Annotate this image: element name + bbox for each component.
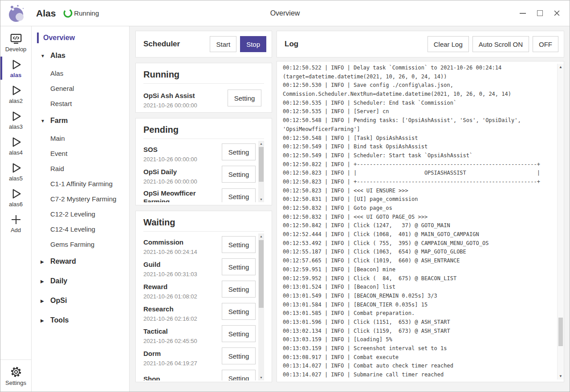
task-name: Dorm: [143, 349, 215, 358]
chevron-right-icon: ▶: [41, 279, 46, 284]
log-line: 00:13:01.524 | INFO | [Beacon] list: [283, 283, 557, 292]
rail-item-alas3[interactable]: alas3: [0, 107, 31, 133]
maximize-button[interactable]: [533, 7, 546, 20]
menu-item-c1-1-affinity-farming[interactable]: C1-1 Affinity Farming: [32, 176, 129, 191]
rail-item-alas2[interactable]: alas2: [0, 81, 31, 107]
menu-item-c12-4-leveling[interactable]: C12-4 Leveling: [32, 221, 129, 237]
settings-button[interactable]: Settings: [0, 359, 31, 392]
task-setting-button[interactable]: Setting: [228, 90, 261, 106]
menu-item-c7-2-mystery-farming[interactable]: C7-2 Mystery Farming: [32, 191, 129, 206]
rail-item-alas[interactable]: alas: [0, 55, 31, 81]
scroll-up-icon[interactable]: ▲: [258, 141, 264, 147]
menu-item-gems-farming[interactable]: Gems Farming: [32, 237, 129, 252]
log-line: Commission.Scheduler.NextRun=datetime.da…: [283, 90, 557, 99]
task-name: Reward: [143, 282, 215, 291]
app-window: Alas Running Overview Developalasalas2al…: [0, 0, 570, 392]
log-scrollbar[interactable]: ▲ ▼: [557, 64, 564, 380]
menu-item-restart[interactable]: Restart: [32, 96, 129, 111]
log-line: 00:12:50.823 | INFO | <<< UI ENSURE >>>: [283, 187, 557, 196]
menu-group-label: Farm: [50, 117, 68, 125]
scrollbar-thumb[interactable]: [259, 240, 264, 308]
log-title: Log: [285, 40, 298, 49]
pending-scrollbar[interactable]: ▲ ▼: [258, 141, 264, 202]
rail-item-alas5[interactable]: alas5: [0, 159, 31, 184]
waiting-title: Waiting: [143, 217, 264, 232]
task-setting-button[interactable]: Setting: [222, 143, 256, 160]
pending-title: Pending: [143, 125, 264, 139]
menu-group-farm[interactable]: ▼Farm: [32, 111, 129, 131]
task-name: Guild: [143, 260, 215, 269]
pending-task-list: SOS2021-10-26 00:00:00SettingOpSi Daily2…: [143, 141, 258, 202]
menu-item-event[interactable]: Event: [32, 146, 129, 161]
scroll-down-icon[interactable]: ▼: [258, 375, 264, 380]
scheduler-card: Scheduler Start Stop: [135, 31, 272, 57]
log-line: 00:12:55.187 | INFO | Click (1063, 654) …: [283, 248, 557, 257]
menu-group-daily[interactable]: ▶Daily: [32, 271, 129, 291]
start-button[interactable]: Start: [210, 36, 236, 52]
active-indicator: [0, 134, 2, 157]
task-setting-button[interactable]: Setting: [222, 281, 256, 298]
menu-group-label: Tools: [50, 316, 69, 324]
auto-scroll-on-button[interactable]: Auto Scroll ON: [472, 36, 529, 52]
task-setting-button[interactable]: Setting: [222, 188, 256, 203]
auto-scroll-off-button[interactable]: OFF: [533, 36, 558, 52]
minimize-button[interactable]: [516, 7, 529, 20]
menu-item-raid[interactable]: Raid: [32, 161, 129, 176]
menu-item-general[interactable]: General: [32, 81, 129, 96]
stop-button[interactable]: Stop: [240, 36, 266, 52]
task-setting-button[interactable]: Setting: [222, 303, 256, 320]
log-line: 00:13:01.584 | INFO | [BEACON_TIER 0.035…: [283, 301, 557, 310]
task-setting-button[interactable]: Setting: [222, 347, 256, 364]
task-setting-button[interactable]: Setting: [222, 325, 256, 342]
rail-item-develop[interactable]: Develop: [0, 29, 31, 55]
alas-logo-icon: [7, 4, 26, 23]
task-info: Commission2021-10-26 00:24:14: [143, 234, 222, 255]
chevron-right-icon: ▶: [41, 259, 46, 264]
log-line: 00:12:59.951 | INFO | [Beacon] mine: [283, 265, 557, 274]
log-lines: 00:12:50.522 | INFO | Delay task `Commis…: [283, 64, 557, 380]
menu-item-c12-2-leveling[interactable]: C12-2 Leveling: [32, 206, 129, 221]
menu-group-opsi[interactable]: ▶OpSi: [32, 291, 129, 310]
task-name: OpSi Meowfficer Farming: [143, 189, 215, 202]
scroll-up-icon[interactable]: ▲: [258, 233, 264, 239]
scrollbar-thumb[interactable]: [259, 147, 264, 182]
log-line: 00:13:01.585 | INFO | Combat preparation…: [283, 309, 557, 318]
menu-item-overview[interactable]: Overview: [32, 30, 129, 46]
rail-item-label: alas2: [9, 98, 23, 104]
scroll-down-icon[interactable]: ▼: [558, 373, 564, 380]
log-line: 00:12:50.823 | INFO | | OPSIASHASSIST |: [283, 169, 557, 178]
rail-item-label: alas5: [9, 175, 23, 182]
menu-group-reward[interactable]: ▶Reward: [32, 252, 129, 271]
log-line: 00:12:59.952 | INFO | Click ( 84, 675) @…: [283, 274, 557, 283]
rail-item-alas6[interactable]: alas6: [0, 184, 31, 210]
task-setting-button[interactable]: Setting: [222, 236, 256, 253]
scroll-down-icon[interactable]: ▼: [258, 196, 264, 202]
task-setting-button[interactable]: Setting: [222, 258, 256, 275]
close-button[interactable]: [550, 7, 563, 20]
menu-group-alas[interactable]: ▼Alas: [32, 46, 129, 65]
active-indicator: [0, 212, 2, 235]
log-line: 00:12:50.842 | INFO | Click (1247, 37) @…: [283, 221, 557, 230]
waiting-task-list: Commission2021-10-26 00:24:14SettingGuil…: [143, 233, 258, 380]
menu-item-main[interactable]: Main: [32, 131, 129, 146]
rail-item-add[interactable]: Add: [0, 210, 31, 236]
scroll-up-icon[interactable]: ▲: [558, 64, 564, 70]
log-line: 00:13:14.027 | INFO | Combat auto check …: [283, 362, 557, 371]
waiting-scrollbar[interactable]: ▲ ▼: [258, 233, 264, 380]
play-icon: [9, 110, 23, 123]
task-row-commission: Commission2021-10-26 00:24:14Setting: [143, 233, 258, 256]
menu-group-tools[interactable]: ▶Tools: [32, 310, 129, 330]
clear-log-button[interactable]: Clear Log: [428, 36, 469, 52]
running-list-wrap: OpSi Ash Assist2021-10-26 00:00:00Settin…: [143, 86, 264, 110]
active-indicator: [0, 31, 2, 54]
task-setting-button[interactable]: Setting: [222, 166, 256, 183]
settings-label: Settings: [5, 380, 26, 386]
close-icon: [554, 10, 560, 16]
scrollbar-thumb[interactable]: [558, 318, 563, 346]
menu-item-alas[interactable]: Alas: [32, 65, 129, 81]
rail-item-alas4[interactable]: alas4: [0, 133, 31, 159]
rail: Developalasalas2alas3alas4alas5alas6Add …: [0, 26, 32, 392]
rail-item-label: alas3: [9, 123, 23, 130]
task-name: Research: [143, 305, 215, 313]
task-setting-button[interactable]: Setting: [222, 370, 256, 380]
